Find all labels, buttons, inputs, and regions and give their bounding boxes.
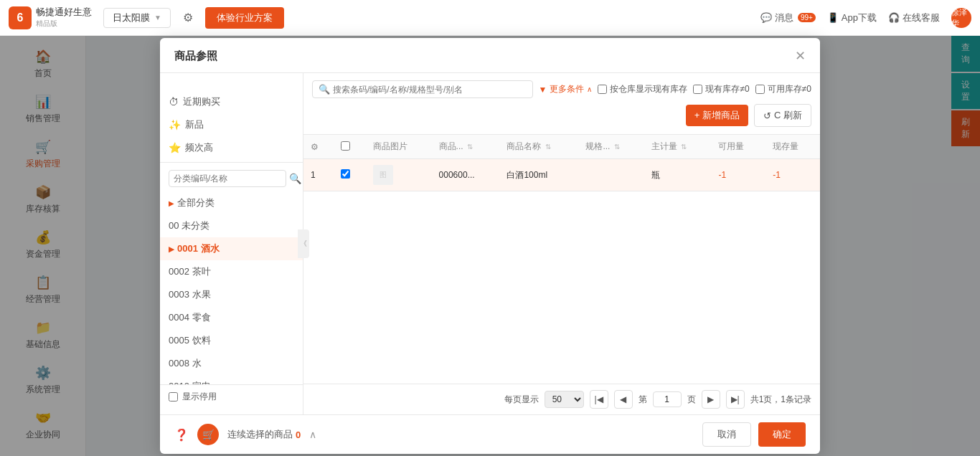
add-product-button[interactable]: + 新增商品 [686, 105, 748, 126]
row-spec [578, 159, 644, 191]
category-tree: ▶ 全部分类 00 未分类 ▶ 0001 酒水 0002 茶 [160, 191, 303, 384]
cat-liquor-label: 0001 酒水 [177, 242, 220, 255]
quick-item-recent[interactable]: ⏱ 近期购买 [160, 90, 303, 113]
logo-subtitle: 精品版 [36, 19, 92, 29]
logo-icon: 6 [9, 6, 32, 29]
category-search-input[interactable] [169, 170, 286, 187]
modal-header: 商品参照 ✕ [160, 38, 820, 73]
right-toolbar: 🔍 ▼ 更多条件 ∧ 按仓库显示现有库存 [303, 73, 820, 135]
last-page-button[interactable]: ▶| [726, 390, 745, 409]
page-label: 第 [639, 394, 647, 406]
quick-item-new-label: 新品 [185, 118, 204, 131]
branch-selector-label: 日太阳膜 [113, 11, 150, 24]
main-layout: 🏠 首页 📊 销售管理 🛒 采购管理 📦 库存核算 💰 资金管理 📋 经营管理 … [0, 36, 980, 456]
col-available: 可用量 [711, 135, 765, 159]
per-page-select[interactable]: 50 10 20 100 [545, 391, 584, 408]
cart-count: 0 [296, 429, 301, 440]
search-icon: 🔍 [319, 84, 330, 95]
footer-collapse-icon[interactable]: ∧ [309, 429, 316, 440]
cat-uncategorized[interactable]: 00 未分类 [160, 214, 303, 237]
product-image: 图 [373, 165, 393, 185]
cat-all[interactable]: ▶ 全部分类 [160, 191, 303, 214]
next-page-button[interactable]: ▶ [702, 390, 720, 409]
show-disabled-label: 显示停用 [182, 391, 217, 403]
app-icon: 📱 [827, 12, 839, 23]
cat-fruit[interactable]: 0003 水果 [160, 283, 303, 306]
help-icon[interactable]: ❓ [174, 428, 189, 442]
quick-item-recent-label: 近期购买 [183, 95, 220, 108]
row-stock: -1 [765, 159, 820, 191]
available-stock-checkbox[interactable] [755, 85, 765, 94]
cat-water[interactable]: 0008 水 [160, 352, 303, 375]
quick-item-frequent[interactable]: ⭐ 频次高 [160, 136, 303, 159]
select-all-checkbox[interactable] [341, 141, 350, 151]
branch-selector[interactable]: 日太阳膜 ▼ [103, 8, 171, 28]
quick-item-new[interactable]: ✨ 新品 [160, 113, 303, 136]
frequent-icon: ⭐ [169, 142, 181, 153]
left-panel: ⏱ 近期购买 ✨ 新品 ⭐ 频次高 [160, 73, 303, 414]
cat-beverage-label: 0005 饮料 [169, 334, 211, 347]
logo-title: 畅捷通好生意 [36, 6, 92, 19]
total-records-label: 共1页，1条记录 [750, 394, 811, 406]
cat-tea[interactable]: 0002 茶叶 [160, 260, 303, 283]
prev-page-button[interactable]: ◀ [614, 390, 633, 409]
cat-all-arrow: ▶ [169, 199, 174, 207]
col-gear[interactable]: ⚙ [303, 135, 334, 159]
warehouse-checkbox[interactable] [598, 85, 607, 94]
cat-uncategorized-label: 00 未分类 [169, 219, 209, 232]
col-check[interactable] [334, 135, 366, 159]
chevron-down-icon: ▼ [154, 14, 161, 22]
per-page-label: 每页显示 [504, 394, 539, 406]
avatar: 徐泽华 [951, 8, 971, 28]
available-stock-check-label[interactable]: 可用库存≠0 [755, 83, 811, 95]
current-stock-check-label[interactable]: 现有库存≠0 [693, 83, 749, 95]
message-button[interactable]: 💬 消息 99+ [760, 11, 816, 24]
show-disabled-row: 显示停用 [160, 384, 303, 409]
col-name[interactable]: 商品名称 ⇅ [499, 135, 578, 159]
cat-snack-label: 0004 零食 [169, 311, 211, 324]
page-unit: 页 [687, 394, 696, 406]
page-input[interactable] [653, 391, 682, 407]
current-stock-checkbox[interactable] [693, 85, 702, 94]
modal-close-button[interactable]: ✕ [795, 48, 806, 64]
service-button[interactable]: 🎧 在线客服 [888, 11, 940, 24]
modal-title: 商品参照 [174, 49, 217, 63]
cat-snack[interactable]: 0004 零食 [160, 306, 303, 329]
cta-button[interactable]: 体验行业方案 [205, 7, 284, 29]
filter-label: 更多条件 [550, 83, 584, 95]
settings-icon[interactable]: ⚙ [176, 6, 199, 29]
cat-appliance[interactable]: 0010 家电 [160, 375, 303, 384]
table-row[interactable]: 1 图 000600... 白酒100ml 瓶 [303, 159, 820, 191]
modal-footer: ❓ 🛒 连续选择的商品 0 ∧ 取消 确定 [160, 414, 820, 454]
toolbar-right: + 新增商品 ↺ C 刷新 [686, 104, 811, 127]
refresh-button[interactable]: ↺ C 刷新 [754, 104, 811, 127]
app-download-button[interactable]: 📱 App下载 [827, 11, 877, 24]
confirm-button[interactable]: 确定 [758, 422, 806, 447]
filter-button[interactable]: ▼ 更多条件 ∧ [539, 83, 593, 95]
category-search-icon[interactable]: 🔍 [289, 173, 301, 184]
product-reference-modal: 商品参照 ✕ ⏱ 近期购买 ✨ 新品 [160, 38, 820, 454]
show-disabled-checkbox[interactable] [169, 392, 178, 402]
left-panel-collapse-button[interactable]: 《 [298, 229, 309, 258]
user-menu[interactable]: 徐泽华 [951, 8, 971, 28]
row-check[interactable] [334, 159, 366, 191]
cat-liquor[interactable]: ▶ 0001 酒水 [160, 237, 303, 260]
cat-beverage[interactable]: 0005 饮料 [160, 329, 303, 352]
warehouse-check-label[interactable]: 按仓库显示现有库存 [598, 83, 687, 95]
row-checkbox[interactable] [341, 169, 350, 179]
cart-button[interactable]: 🛒 [197, 424, 219, 445]
col-code[interactable]: 商品... ⇅ [432, 135, 500, 159]
col-spec[interactable]: 规格... ⇅ [578, 135, 644, 159]
cancel-button[interactable]: 取消 [702, 422, 751, 447]
recent-icon: ⏱ [169, 96, 179, 108]
product-search-input[interactable] [333, 85, 527, 95]
filter-icon: ▼ [539, 85, 547, 95]
cart-text: 连续选择的商品 [227, 428, 293, 441]
first-page-button[interactable]: |◀ [590, 390, 608, 409]
row-name: 白酒100ml [499, 159, 578, 191]
product-search-wrap[interactable]: 🔍 [312, 80, 533, 98]
filter-chevron-icon: ∧ [587, 85, 592, 93]
col-unit[interactable]: 主计量 ⇅ [644, 135, 712, 159]
col-stock: 现存量 [765, 135, 820, 159]
logo-text-block: 畅捷通好生意 精品版 [36, 6, 92, 29]
